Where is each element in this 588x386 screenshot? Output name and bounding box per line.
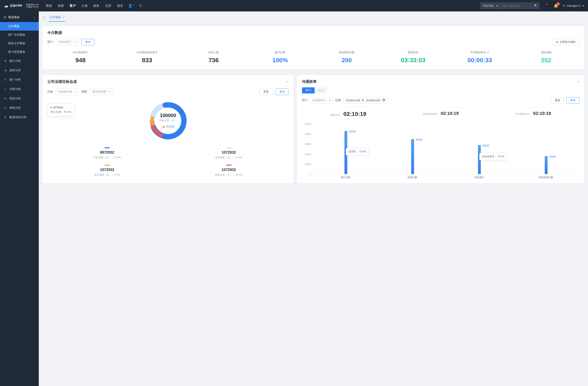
tabs-bar: ☰ 公司看板 ✕ [42, 11, 584, 24]
sidebar: ☑ 数据看板 ⌃ 公司看板推广主管看板销售主管看板客户经理看板 ⧩漏斗分析◔成本… [0, 11, 39, 386]
segment-control: 部门 个人 [302, 87, 327, 94]
gear-icon: ⚙ [556, 41, 558, 44]
bar-column: 43000接通率：70.9% [312, 124, 379, 174]
topbar: ☁ 云朵CRM 教育机构一站 式服务云平台 数据线索客户公海财务运营报名 👤⁺ … [0, 0, 588, 11]
reset-button[interactable]: 重置 [259, 89, 273, 95]
chevron-up-icon: ⌃ [33, 16, 35, 19]
sidebar-link[interactable]: ☰数据流转记录 [0, 113, 39, 122]
sidebar-item[interactable]: 公司看板 [0, 22, 39, 31]
expand-icon[interactable]: ⤢ [286, 80, 289, 83]
nav-icon: ⧩ [4, 59, 7, 63]
sidebar-link[interactable]: ◔成本分析 [0, 66, 39, 75]
query-button[interactable]: 查询 [81, 39, 94, 45]
today-card: 今日数据 部门 请选择部门 查询 ⚙ 设置显示指标 今日首咨客户948今日有效首… [42, 26, 584, 69]
nav-item[interactable]: 客户 [70, 3, 76, 9]
tab-company-board[interactable]: 公司看板 ✕ [49, 14, 65, 22]
dept-select[interactable]: 请选择部门 [310, 97, 333, 104]
search-type-select[interactable]: 手机号码 [480, 2, 499, 9]
chevron-down-icon: ▾ [583, 4, 584, 7]
mobile-icon[interactable]: 📱 [545, 3, 549, 8]
sidebar-item[interactable]: 销售主管看板 [0, 39, 39, 48]
sidebar-item[interactable]: 客户经理看板 [0, 48, 39, 56]
seg-dept[interactable]: 部门 [302, 87, 315, 94]
metric: 平均通话时长ⓘ00:00:33 [446, 49, 513, 65]
target-label: 目标 [47, 90, 53, 94]
phone-icon[interactable]: ✆ [139, 3, 142, 8]
settings-metrics-button[interactable]: ⚙ 设置显示指标 [552, 39, 579, 45]
expand-icon[interactable]: ⤢ [577, 80, 579, 83]
dashboard-icon: ☑ [4, 16, 6, 19]
bar: 35000 [411, 139, 414, 174]
chart-tooltip: 有效接通率：70.9% [479, 153, 507, 160]
nav-item[interactable]: 数据 [46, 3, 52, 9]
query-button[interactable]: 查询 [275, 89, 289, 95]
comm-card: 沟通效率 ⤢ 部门 个人 部门 请选择部门 日期 20 [297, 75, 584, 183]
sidebar-link[interactable]: ✎推广分析 [0, 75, 39, 84]
nav-item[interactable]: 运营 [105, 3, 111, 9]
group-label: 数据看板 [8, 16, 20, 19]
nav-item[interactable]: 财务 [93, 3, 99, 9]
logo: ☁ 云朵CRM 教育机构一站 式服务云平台 [4, 3, 39, 8]
username: manager11 [566, 4, 581, 7]
thumb-up-icon: 👍 [162, 125, 165, 128]
search-input[interactable] [499, 2, 532, 9]
sidebar-link[interactable]: ◎销售分析 [0, 103, 39, 113]
x-label: 有效接通次数 [513, 176, 579, 179]
dept-label: 部门 [302, 98, 308, 102]
nav-item[interactable]: 线索 [58, 3, 64, 9]
sidebar-item[interactable]: 推广主管看板 [0, 31, 39, 39]
x-label: 接通次数 [379, 176, 446, 179]
sidebar-link[interactable]: ⇆渠道分析 [0, 94, 39, 103]
brand-tagline: 教育机构一站 式服务云平台 [24, 3, 39, 8]
dept-select[interactable]: 请选择部门 [56, 39, 78, 45]
nav-icon: ◔ [4, 69, 7, 72]
search-box: 手机号码 🔍 [480, 2, 540, 9]
hamburger-icon[interactable]: ☰ [42, 16, 45, 19]
x-label: 拨打次数 [312, 176, 379, 179]
bar-chart: 01000020000300004000050000 43000接通率：70.9… [302, 124, 579, 179]
legend-item: 1072932超额完成（元） | 89.9% [169, 165, 289, 177]
sidebar-group-dashboard[interactable]: ☑ 数据看板 ⌃ [0, 13, 39, 22]
metric: 有效通话次数200 [314, 49, 380, 65]
logo-icon: ☁ [4, 3, 8, 8]
add-user-icon[interactable]: 👤⁺ [128, 3, 135, 8]
donut-center: 100000 目标总量（元） 👍已达成 [159, 113, 177, 128]
legend-item: 8972932已完成量（元） | 70.9% [47, 147, 167, 159]
kpi: 平均通话时长02:10:19 [487, 108, 579, 120]
dept-label: 部门 [47, 40, 53, 44]
main: ☰ 公司看板 ✕ 今日数据 部门 请选择部门 查询 ⚙ 设置显示指标 [39, 11, 588, 386]
query-button[interactable]: 查询 [566, 97, 579, 104]
user-menu[interactable]: manager11 ▾ [563, 4, 584, 7]
bar: 18000 [545, 156, 547, 174]
reset-button[interactable]: 重置 [551, 97, 564, 104]
chart-tooltip: 接通率：70.9% [346, 148, 369, 155]
goal-card: 公司业绩目标达成 ⤢ 目标 请选择目标 周期 请选择周期 重置 查询 [42, 75, 294, 183]
nav-item[interactable]: 公海 [82, 3, 88, 9]
info-icon[interactable]: ⓘ [487, 51, 489, 54]
brand-name: 云朵CRM [10, 4, 22, 8]
nav-icon: ✎ [4, 78, 7, 81]
close-icon[interactable]: ✕ [62, 16, 64, 19]
target-select[interactable]: 请选择目标 [56, 89, 78, 95]
sidebar-link[interactable]: ⧩漏斗分析 [0, 56, 39, 66]
x-label: 有效通话 [446, 176, 513, 179]
date-label: 日期 [335, 98, 341, 102]
chart-tooltip: 1072932 所占比例：70.9% [47, 104, 74, 116]
sidebar-link[interactable]: ✧访客分析 [0, 84, 39, 94]
date-range-picker[interactable]: 2018/01/08 至 2018/01/08 📅 [343, 97, 387, 104]
top-nav: 数据线索客户公海财务运营报名 [46, 3, 123, 9]
metric: 成交单数552 [513, 49, 579, 65]
donut-handle-icon [166, 135, 170, 139]
nav-item[interactable]: 报名 [117, 3, 123, 9]
period-select[interactable]: 请选择周期 [90, 89, 112, 95]
nav-icon: ⇆ [4, 97, 7, 100]
metric: 回访人数736 [181, 49, 247, 65]
seg-personal[interactable]: 个人 [315, 87, 327, 94]
nav-icon: ☰ [4, 116, 7, 119]
search-icon[interactable]: 🔍 [532, 4, 540, 7]
metric: 通话时长03:33:03 [380, 49, 446, 65]
calendar-icon: 📅 [382, 99, 385, 102]
kpi: 通话时长02:10:19 [302, 108, 395, 120]
bell-icon[interactable]: 🔔5 [554, 3, 558, 8]
goal-title: 公司业绩目标达成 [47, 79, 77, 84]
